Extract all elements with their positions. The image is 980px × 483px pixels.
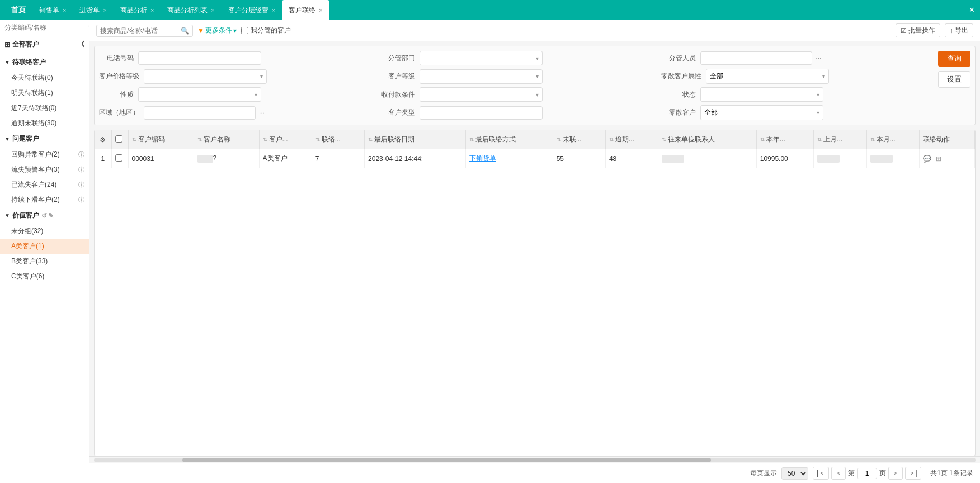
sidebar-item-week-pending[interactable]: 近7天待联络(0): [0, 101, 89, 116]
sidebar-section-problem[interactable]: ▼ 问题客户: [0, 131, 89, 147]
th-customer-type[interactable]: ⇅ 客户...: [259, 130, 312, 149]
sidebar-item-repurchase-abnormal[interactable]: 回购异常客户(2) ⓘ: [0, 147, 89, 162]
filter-more-conditions[interactable]: ▼ 更多条件 ▾: [197, 26, 237, 35]
action-chat-icon[interactable]: 💬: [923, 155, 931, 163]
sidebar-item-loss-warning[interactable]: 流失预警客户(3) ⓘ: [0, 162, 89, 177]
filter-dept-label: 分管部门: [380, 54, 420, 63]
sidebar-item-overdue-pending[interactable]: 逾期未联络(30): [0, 116, 89, 131]
value-refresh-icon[interactable]: ↺: [41, 212, 47, 220]
filter-nature-select[interactable]: ▾: [138, 87, 261, 102]
filter-dept-select[interactable]: ▾: [420, 51, 543, 65]
filter-phone-input[interactable]: [138, 51, 261, 65]
th-name[interactable]: ⇅ 客户名称: [194, 130, 259, 149]
filter-manager-input[interactable]: [700, 51, 812, 65]
tab-customer-contact[interactable]: 客户联络 ×: [282, 0, 329, 20]
th-overdue[interactable]: ⇅ 逾期...: [605, 130, 658, 149]
manager-dots-icon[interactable]: ···: [812, 54, 824, 62]
filter-customer-level-select[interactable]: ▾: [420, 69, 543, 84]
sidebar-item-today-pending[interactable]: 今天待联络(0): [0, 70, 89, 86]
th-contact-count[interactable]: ⇅ 联络...: [312, 130, 364, 149]
tab-goods-analysis[interactable]: 商品分析 ×: [114, 0, 161, 20]
row-select-checkbox[interactable]: [115, 154, 123, 162]
filter-payment-select[interactable]: ▾: [420, 87, 543, 102]
filter-retail-attr-select[interactable]: 全部 ▾: [706, 69, 829, 84]
th-settings[interactable]: ⚙: [95, 130, 111, 149]
row-last-contact-method[interactable]: 下销货单: [465, 149, 553, 168]
sidebar-item-class-b[interactable]: B类客户(33): [0, 254, 89, 269]
sidebar-item-lost[interactable]: 已流失客户(24) ⓘ: [0, 177, 89, 192]
table-gear-icon[interactable]: ⚙: [100, 136, 106, 144]
th-last-contact-method[interactable]: ⇅ 最后联络方式: [465, 130, 553, 149]
action-grid-icon[interactable]: ⊞: [936, 155, 941, 163]
export-button[interactable]: ↑ 导出: [945, 23, 973, 37]
tab-purchase[interactable]: 进货单 ×: [73, 0, 113, 20]
tab-home[interactable]: 首页: [4, 0, 32, 20]
filter-customer-type-input[interactable]: [420, 106, 543, 120]
th-this-year[interactable]: ⇅ 本年...: [756, 130, 813, 149]
sidebar-item-unclassified[interactable]: 未分组(32): [0, 224, 89, 239]
th-last-month[interactable]: ⇅ 上月...: [814, 130, 866, 149]
close-customer-contact-tab[interactable]: ×: [319, 7, 322, 13]
value-edit-icon[interactable]: ✎: [48, 212, 54, 220]
page-size-select[interactable]: 50: [781, 467, 808, 480]
settings-button[interactable]: 设置: [938, 71, 970, 88]
contact-method-link[interactable]: 下销货单: [469, 154, 496, 162]
page-input[interactable]: [857, 468, 877, 479]
first-page-button[interactable]: |＜: [813, 467, 829, 480]
close-customer-segment-tab[interactable]: ×: [272, 7, 275, 13]
close-all-tabs-button[interactable]: ×: [969, 5, 974, 15]
query-button[interactable]: 查询: [938, 51, 970, 67]
close-goods-analysis-list-tab[interactable]: ×: [211, 7, 214, 13]
dept-arrow-icon: ▾: [536, 55, 539, 61]
th-code[interactable]: ⇅ 客户编码: [128, 130, 194, 149]
sidebar-item-tomorrow-pending[interactable]: 明天待联络(1): [0, 86, 89, 101]
th-checkbox[interactable]: [111, 130, 128, 149]
th-contact-person[interactable]: ⇅ 往来单位联系人: [658, 130, 757, 149]
repurchase-info-icon[interactable]: ⓘ: [78, 150, 84, 159]
filter-retail-customer-label: 零散客户: [661, 108, 700, 117]
horizontal-scrollbar[interactable]: [89, 456, 980, 463]
filter-retail-customer-select[interactable]: 全部 ▾: [700, 105, 823, 120]
filter-customer-level-label: 客户等级: [380, 72, 420, 81]
th-this-month[interactable]: ⇅ 本月...: [866, 130, 919, 149]
batch-ops-button[interactable]: ☑ 批量操作: [896, 23, 940, 37]
tab-customer-segment[interactable]: 客户分层经营 ×: [222, 0, 282, 20]
filter-field-phone: 电话号码: [99, 51, 369, 65]
close-purchase-tab[interactable]: ×: [103, 7, 106, 13]
page-size-label: 每页显示: [750, 468, 777, 478]
declining-info-icon[interactable]: ⓘ: [78, 196, 84, 204]
select-all-checkbox[interactable]: [115, 135, 123, 143]
filter-search-input[interactable]: [100, 27, 178, 35]
lost-info-icon[interactable]: ⓘ: [78, 181, 84, 189]
sidebar-item-class-a[interactable]: A类客户(1): [0, 239, 89, 254]
tab-sales[interactable]: 销售单 ×: [32, 0, 73, 20]
sidebar-section-value[interactable]: ▼ 价值客户 ↺ ✎: [0, 207, 89, 224]
my-customers-checkbox[interactable]: [241, 27, 248, 34]
close-sales-tab[interactable]: ×: [63, 7, 66, 13]
scroll-thumb[interactable]: [182, 458, 712, 462]
my-customers-filter[interactable]: 我分管的客户: [241, 26, 291, 35]
filter-status-select[interactable]: ▾: [700, 87, 823, 102]
row-checkbox[interactable]: [111, 149, 128, 168]
filter-price-level-select[interactable]: ▾: [144, 69, 267, 84]
sidebar-item-class-c[interactable]: C类客户(6): [0, 269, 89, 284]
last-page-button[interactable]: ＞|: [905, 467, 921, 480]
th-last-contact-date[interactable]: ⇅ 最后联络日期: [365, 130, 466, 149]
sidebar-all-customers-header[interactable]: ⊞ 全部客户 《: [0, 35, 89, 54]
th-not-contacted[interactable]: ⇅ 未联...: [553, 130, 605, 149]
next-page-button[interactable]: ＞: [888, 467, 903, 480]
filter-region-input[interactable]: [144, 106, 256, 120]
region-dots-icon[interactable]: ···: [256, 109, 268, 117]
prev-page-button[interactable]: ＜: [831, 467, 846, 480]
close-goods-analysis-tab[interactable]: ×: [150, 7, 154, 13]
sidebar-search-input[interactable]: [4, 23, 88, 31]
loss-warning-info-icon[interactable]: ⓘ: [78, 165, 84, 174]
sidebar-collapse-icon[interactable]: 《: [78, 40, 84, 49]
sidebar-item-declining[interactable]: 持续下滑客户(2) ⓘ: [0, 192, 89, 207]
sidebar-section-pending[interactable]: ▼ 待联络客户: [0, 54, 89, 70]
filter-bar: 🔍 ▼ 更多条件 ▾ 我分管的客户 ☑ 批量操作 ↑ 导出: [89, 20, 980, 41]
filter-search-icon[interactable]: 🔍: [181, 27, 189, 35]
tab-goods-analysis-list[interactable]: 商品分析列表 ×: [161, 0, 221, 20]
filter-field-nature: 性质 ▾: [99, 87, 369, 102]
row-name: ?: [194, 149, 259, 168]
